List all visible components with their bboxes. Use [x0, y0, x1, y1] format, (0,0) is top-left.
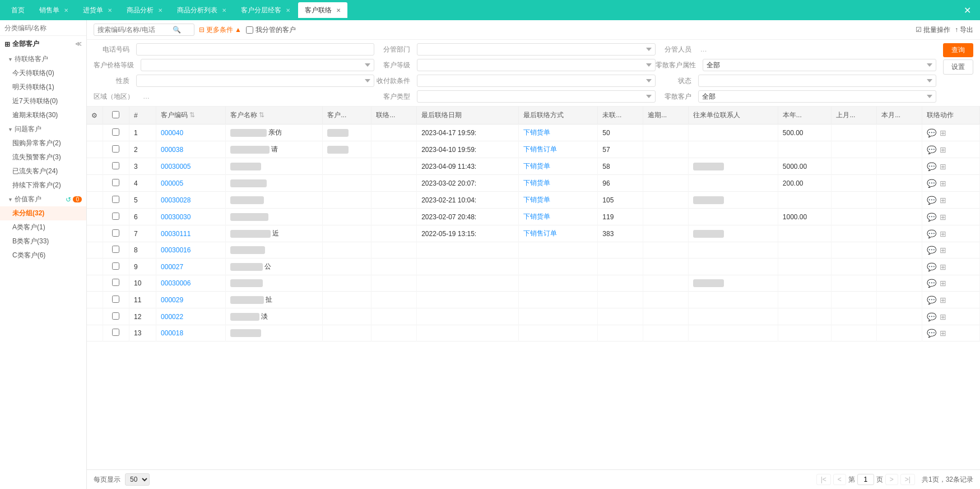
next-page-btn[interactable]: >: [885, 474, 898, 485]
row-checkbox[interactable]: [103, 141, 129, 158]
row-checkbox[interactable]: [103, 275, 129, 292]
row-code[interactable]: 000018: [156, 325, 226, 342]
row-checkbox[interactable]: [103, 225, 129, 242]
row-select-checkbox[interactable]: [112, 329, 119, 336]
region-dots[interactable]: …: [141, 93, 152, 100]
col-this-month[interactable]: 本月...: [877, 107, 922, 124]
payment-select[interactable]: [417, 75, 655, 87]
grid-action-icon[interactable]: ⊞: [940, 262, 946, 271]
phone-input[interactable]: [136, 43, 374, 56]
col-last-way[interactable]: 最后联络方式: [519, 107, 598, 124]
grid-action-icon[interactable]: ⊞: [940, 162, 946, 171]
last-way-link[interactable]: 下销货单: [523, 196, 550, 204]
sidebar-group-pending[interactable]: ▼ 待联络客户: [0, 52, 86, 66]
grid-action-icon[interactable]: ⊞: [940, 179, 946, 188]
row-select-checkbox[interactable]: [112, 279, 119, 286]
row-select-checkbox[interactable]: [112, 128, 119, 136]
comment-icon[interactable]: 💬: [927, 262, 936, 271]
close-all-tabs[interactable]: ✕: [959, 5, 976, 16]
grid-action-icon[interactable]: ⊞: [940, 145, 946, 154]
select-all-checkbox[interactable]: [112, 111, 119, 118]
row-code[interactable]: 000027: [156, 259, 226, 275]
dept-select[interactable]: [417, 43, 655, 56]
retail-attr-select[interactable]: 全部: [703, 59, 936, 71]
first-page-btn[interactable]: |<: [816, 474, 831, 485]
sidebar-item-churn-warn[interactable]: 流失预警客户(3): [0, 150, 86, 164]
col-no-contact[interactable]: 未联...: [598, 107, 643, 124]
tab-sales[interactable]: 销售单 ✕: [32, 2, 75, 18]
grid-action-icon[interactable]: ⊞: [940, 329, 946, 338]
my-customers-checkbox[interactable]: [246, 26, 253, 34]
row-select-checkbox[interactable]: [112, 179, 119, 186]
customer-level-select[interactable]: [417, 59, 655, 71]
row-select-checkbox[interactable]: [112, 262, 119, 270]
status-select[interactable]: [698, 75, 936, 87]
tab-customer-layer[interactable]: 客户分层经客 ✕: [234, 2, 297, 18]
refresh-icon[interactable]: ↺: [66, 196, 71, 204]
row-checkbox[interactable]: [103, 325, 129, 342]
grid-action-icon[interactable]: ⊞: [940, 279, 946, 288]
col-unit-contact[interactable]: 往来单位联系人: [688, 107, 778, 124]
tab-goods-analysis-list[interactable]: 商品分析列表 ✕: [170, 2, 233, 18]
grid-action-icon[interactable]: ⊞: [940, 128, 946, 137]
manager-dots[interactable]: …: [698, 45, 709, 53]
comment-icon[interactable]: 💬: [927, 296, 936, 305]
comment-icon[interactable]: 💬: [927, 329, 936, 338]
sidebar-item-declining[interactable]: 持续下滑客户(2): [0, 178, 86, 192]
sidebar-item-class-c[interactable]: C类客户(6): [0, 248, 86, 262]
last-way-link[interactable]: 下销售订单: [523, 145, 557, 153]
row-checkbox[interactable]: [103, 259, 129, 275]
last-page-btn[interactable]: >|: [900, 474, 915, 485]
row-checkbox[interactable]: [103, 192, 129, 209]
comment-icon[interactable]: 💬: [927, 145, 936, 154]
col-settings[interactable]: ⚙: [87, 107, 103, 124]
sidebar-group-problem[interactable]: ▼ 问题客户: [0, 122, 86, 136]
row-code[interactable]: 00030111: [156, 225, 226, 242]
tab-home[interactable]: 首页: [4, 2, 31, 18]
comment-icon[interactable]: 💬: [927, 279, 936, 288]
sidebar-item-class-b[interactable]: B类客户(33): [0, 234, 86, 248]
close-purchase-icon[interactable]: ✕: [108, 7, 112, 13]
sidebar-item-churned[interactable]: 已流失客户(24): [0, 164, 86, 178]
retail-select[interactable]: 全部: [698, 90, 936, 103]
col-overdue[interactable]: 逾期...: [643, 107, 689, 124]
row-checkbox[interactable]: [103, 158, 129, 175]
last-way-link[interactable]: 下销货单: [523, 128, 550, 136]
comment-icon[interactable]: 💬: [927, 179, 936, 188]
page-number-input[interactable]: [857, 474, 874, 485]
row-select-checkbox[interactable]: [112, 213, 119, 220]
grid-action-icon[interactable]: ⊞: [940, 296, 946, 305]
sidebar-item-tomorrow-pending[interactable]: 明天待联络(1): [0, 80, 86, 94]
row-code[interactable]: 000022: [156, 308, 226, 325]
close-customer-contact-icon[interactable]: ✕: [336, 7, 341, 13]
filter-search-input[interactable]: [97, 26, 170, 34]
comment-icon[interactable]: 💬: [927, 229, 936, 238]
prev-page-btn[interactable]: <: [833, 474, 846, 485]
sidebar-group-value[interactable]: ▼ 价值客户 ↺ 0: [0, 192, 86, 206]
sidebar-item-ungrouped[interactable]: 未分组(32): [0, 206, 86, 220]
col-checkbox-all[interactable]: [103, 107, 129, 124]
grid-action-icon[interactable]: ⊞: [940, 213, 946, 222]
row-select-checkbox[interactable]: [112, 145, 119, 153]
sidebar-item-class-a[interactable]: A类客户(1): [0, 220, 86, 234]
grid-action-icon[interactable]: ⊞: [940, 312, 946, 321]
close-goods-list-icon[interactable]: ✕: [222, 7, 226, 13]
comment-icon[interactable]: 💬: [927, 128, 936, 137]
tab-purchase[interactable]: 进货单 ✕: [76, 2, 119, 18]
tab-customer-contact[interactable]: 客户联络 ✕: [298, 2, 347, 18]
last-way-link[interactable]: 下销货单: [523, 213, 550, 220]
comment-icon[interactable]: 💬: [927, 312, 936, 321]
row-select-checkbox[interactable]: [112, 162, 119, 169]
comment-icon[interactable]: 💬: [927, 213, 936, 222]
col-this-year[interactable]: 本年...: [778, 107, 832, 124]
row-checkbox[interactable]: [103, 175, 129, 192]
all-customers-header[interactable]: ⊞ 全部客户 ≪: [0, 36, 86, 52]
close-customer-layer-icon[interactable]: ✕: [286, 7, 290, 13]
batch-ops-btn[interactable]: ☑ 批量操作: [916, 25, 950, 35]
col-name[interactable]: 客户名称 ⇅: [226, 107, 323, 124]
grid-action-icon[interactable]: ⊞: [940, 246, 946, 255]
per-page-select[interactable]: 50: [125, 473, 150, 486]
row-select-checkbox[interactable]: [112, 312, 119, 320]
col-contact[interactable]: 联络...: [371, 107, 417, 124]
row-select-checkbox[interactable]: [112, 229, 119, 237]
